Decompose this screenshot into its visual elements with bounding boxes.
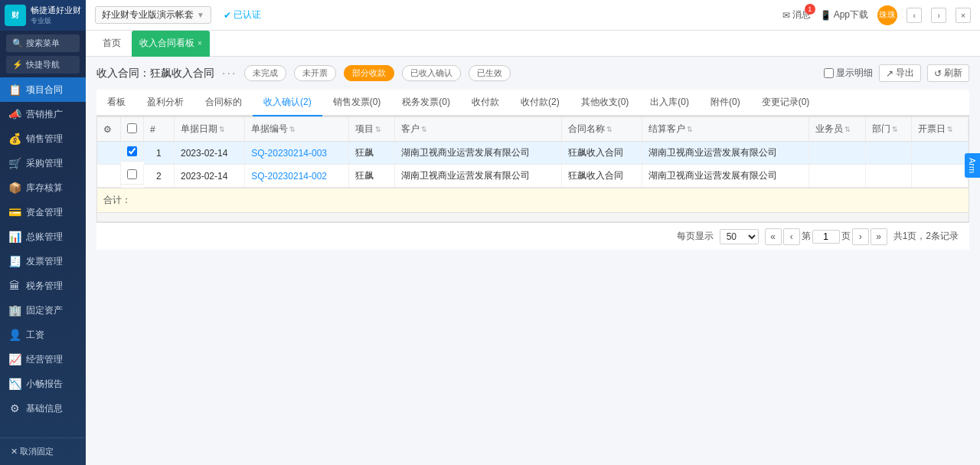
message-button[interactable]: ✉ 消息 1 [782,8,811,21]
tab-kanban[interactable]: 看板 [96,90,136,116]
page-number-input[interactable] [812,230,840,244]
tab-change-log[interactable]: 变更记录(0) [751,90,821,116]
nav-back-button[interactable]: ‹ [906,8,922,23]
sidebar-logo: 财 畅捷通好业财 专业版 [0,0,86,31]
search-menu-button[interactable]: 🔍 搜索菜单 [6,34,80,52]
export-button[interactable]: ↗ 导出 [879,64,921,82]
sidebar-item-label: 固定资产 [26,304,63,317]
certified-label: 已认证 [234,8,261,21]
sort-customer-icon[interactable]: ⇅ [421,126,427,133]
sidebar-item-project-contract[interactable]: 📋 项目合同 [0,77,86,102]
company-selector[interactable]: 好业财专业版演示帐套 ▼ [95,6,211,24]
tax-icon: 🏛 [8,279,21,293]
last-page-button[interactable]: » [871,228,887,245]
sidebar-item-basic-info[interactable]: ⚙ 基础信息 [0,396,86,421]
more-options-button[interactable]: ··· [222,67,237,80]
message-icon: ✉ [782,10,790,21]
select-all-checkbox[interactable] [127,123,137,133]
tab-close-icon[interactable]: × [198,39,202,47]
row2-result-customer: 湖南卫视商业运营发展有限公司 [642,165,808,188]
sidebar-item-sales[interactable]: 💰 销售管理 [0,126,86,151]
th-contract-name: 合同名称⇅ [562,117,642,142]
contract-kanban-tab[interactable]: 收入合同看板 × [132,31,210,57]
status-effective-button[interactable]: 已生效 [469,65,511,81]
row2-check-input[interactable] [127,169,137,179]
sidebar-item-invoice-mgmt[interactable]: 🧾 发票管理 [0,249,86,273]
sort-invoice-icon[interactable]: ⇅ [947,126,953,133]
tab-profit[interactable]: 盈利分析 [136,90,194,116]
home-tab[interactable]: 首页 [95,31,129,57]
sidebar-item-label: 总账管理 [26,231,63,244]
page-size-select[interactable]: 20 50 100 [720,229,759,244]
tab-income-confirm[interactable]: 收入确认(2) [253,90,322,116]
purchase-icon: 🛒 [8,156,21,170]
close-window-button[interactable]: × [956,8,971,23]
first-page-button[interactable]: « [765,228,782,245]
sidebar-item-inventory[interactable]: 📦 库存核算 [0,175,86,200]
row2-number-link[interactable]: SQ-20230214-002 [251,171,327,182]
quick-nav-button[interactable]: ⚡ 快捷导航 [6,56,80,74]
sidebar-item-operations[interactable]: 📈 经营管理 [0,347,86,372]
sidebar-item-label: 基础信息 [26,402,63,415]
prev-page-button[interactable]: ‹ [783,228,800,245]
th-customer: 客户⇅ [395,117,562,142]
sidebar-item-tax[interactable]: 🏛 税务管理 [0,273,86,298]
tab-contract-standard[interactable]: 合同标的 [194,90,253,116]
sort-project-icon[interactable]: ⇅ [375,126,381,133]
tab-warehouse[interactable]: 出入库(0) [639,90,700,116]
float-action-button[interactable]: Arm [965,153,980,178]
sidebar-item-label: 采购管理 [26,157,63,170]
unpin-label: ✕ 取消固定 [11,446,54,457]
row2-settings [97,165,120,188]
settings-icon[interactable]: ⚙ [103,124,112,135]
show-detail-input[interactable] [824,68,834,78]
refresh-label: 刷新 [944,67,962,80]
quick-nav-label: 快捷导航 [26,59,60,70]
app-logo-icon: 财 [5,5,26,26]
nav-forward-button[interactable]: › [931,8,946,23]
reports-icon: 📉 [8,377,21,391]
tab-other-income[interactable]: 其他收支(0) [570,90,640,116]
header-actions: 显示明细 ↗ 导出 ↺ 刷新 [824,64,969,82]
sort-date-icon[interactable]: ⇅ [219,126,225,133]
sort-number-icon[interactable]: ⇅ [289,126,296,133]
sidebar-item-marketing[interactable]: 📣 营销推广 [0,102,86,126]
inventory-icon: 📦 [8,181,21,195]
row1-number-link[interactable]: SQ-20230214-003 [251,148,327,159]
th-result-customer: 结算客户⇅ [642,117,808,142]
tab-purchase[interactable]: 收付款 [461,90,510,116]
sort-result-icon[interactable]: ⇅ [687,126,693,133]
status-confirmed-button[interactable]: 已收入确认 [402,65,461,81]
app-name: 畅捷通好业财 [31,5,81,15]
table-row: 2 2023-02-14 SQ-20230214-002 狂飙 湖南卫视商业运营… [97,165,969,188]
row1-check-input[interactable] [127,146,137,156]
sort-sales-icon[interactable]: ⇅ [844,126,851,133]
status-partial-button[interactable]: 部分收款 [344,65,394,81]
tab-tax-invoice[interactable]: 税务发票(0) [391,90,461,116]
tab-attachments[interactable]: 附件(0) [700,90,751,116]
sort-dept-icon[interactable]: ⇅ [892,126,898,133]
refresh-button[interactable]: ↺ 刷新 [927,64,969,82]
next-page-button[interactable]: › [852,228,869,245]
tab-sales-invoice[interactable]: 销售发票(0) [322,90,392,116]
sidebar-item-purchase[interactable]: 🛒 采购管理 [0,151,86,175]
unpin-button[interactable]: ✕ 取消固定 [6,443,80,460]
sort-contract-icon[interactable]: ⇅ [606,126,612,133]
th-department: 部门⇅ [865,117,911,142]
total-row: 合计： [97,188,969,212]
status-incomplete-button[interactable]: 未完成 [244,65,286,81]
user-profile[interactable]: 珠珠 [877,5,897,25]
sidebar-item-hr[interactable]: 👤 工资 [0,323,86,347]
status-uninvoiced-button[interactable]: 未开票 [294,65,336,81]
company-name: 好业财专业版演示帐套 [102,8,194,21]
sidebar-item-accounting[interactable]: 📊 总账管理 [0,224,86,249]
sidebar-item-label: 库存核算 [26,182,63,195]
app-download-button[interactable]: 📱 App下载 [820,8,868,21]
sidebar-item-reports[interactable]: 📉 小畅报告 [0,372,86,396]
horizontal-scrollbar[interactable] [97,212,969,221]
show-detail-checkbox[interactable]: 显示明细 [824,67,873,80]
sidebar-item-funds[interactable]: 💳 资金管理 [0,200,86,224]
data-table: ⚙ # 单据日期⇅ 单据编号⇅ 项目⇅ [97,117,969,188]
sidebar-item-fixed-assets[interactable]: 🏢 固定资产 [0,298,86,323]
tab-payment[interactable]: 收付款(2) [510,90,570,116]
